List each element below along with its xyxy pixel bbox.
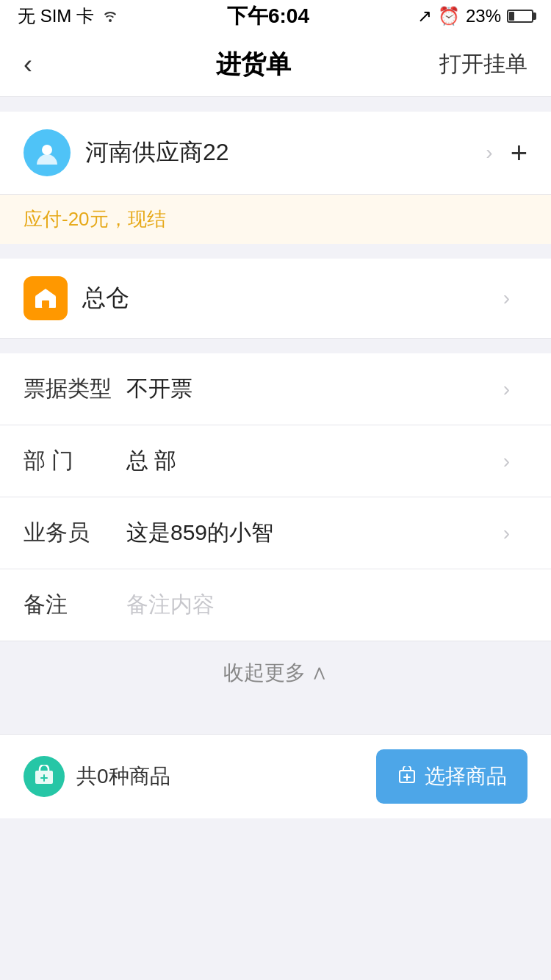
- select-product-label: 选择商品: [425, 763, 507, 790]
- warehouse-icon: [24, 276, 68, 320]
- carrier-label: 无 SIM 卡: [18, 4, 94, 28]
- remark-label: 备注: [24, 590, 112, 620]
- status-bar: 无 SIM 卡 下午6:04 ↗ ⏰ 23%: [0, 0, 551, 32]
- remark-row[interactable]: 备注 备注内容: [0, 569, 551, 641]
- invoice-type-value: 不开票: [112, 374, 503, 404]
- battery-percent: 23%: [466, 6, 501, 26]
- gap-1: [0, 244, 551, 259]
- notice-text: 应付-20元，现结: [24, 208, 166, 230]
- wifi-icon: [101, 6, 119, 26]
- battery-icon: [507, 10, 533, 23]
- form-card: 票据类型 不开票 › 部 门 总 部 › 业务员 这是859的小智 › 备注 备…: [0, 353, 551, 641]
- page-title: 进货单: [216, 48, 291, 82]
- nav-bar: ‹ 进货单 打开挂单: [0, 32, 551, 97]
- supplier-row[interactable]: 河南供应商22 › +: [0, 112, 551, 195]
- product-count-text: 共0种商品: [76, 763, 376, 790]
- collapse-row[interactable]: 收起更多 ∧: [0, 641, 551, 705]
- status-left: 无 SIM 卡: [18, 4, 119, 28]
- department-chevron-icon: ›: [503, 450, 510, 473]
- status-time: 下午6:04: [227, 2, 309, 30]
- add-supplier-button[interactable]: +: [511, 138, 527, 167]
- select-product-button[interactable]: 选择商品: [376, 749, 527, 804]
- open-pending-button[interactable]: 打开挂单: [439, 49, 527, 79]
- invoice-type-row[interactable]: 票据类型 不开票 ›: [0, 353, 551, 425]
- top-gap: [0, 97, 551, 112]
- gap-2: [0, 339, 551, 353]
- salesperson-row[interactable]: 业务员 这是859的小智 ›: [0, 497, 551, 569]
- bottom-bar: 共0种商品 选择商品: [0, 734, 551, 818]
- department-value: 总 部: [112, 446, 503, 476]
- supplier-card: 河南供应商22 › + 应付-20元，现结: [0, 112, 551, 244]
- warehouse-chevron-icon: ›: [503, 287, 510, 310]
- salesperson-label: 业务员: [24, 518, 112, 548]
- alarm-icon: ⏰: [438, 6, 460, 26]
- status-right: ↗ ⏰ 23%: [417, 6, 533, 26]
- remark-input[interactable]: 备注内容: [112, 590, 527, 620]
- product-icon: [24, 756, 65, 797]
- notice-bar: 应付-20元，现结: [0, 195, 551, 244]
- department-label: 部 门: [24, 446, 112, 476]
- warehouse-row[interactable]: 总仓 ›: [0, 259, 551, 339]
- invoice-type-chevron-icon: ›: [503, 378, 510, 401]
- supplier-avatar: [24, 129, 71, 176]
- svg-rect-2: [42, 300, 49, 308]
- salesperson-value: 这是859的小智: [112, 518, 503, 548]
- invoice-type-label: 票据类型: [24, 374, 112, 404]
- department-row[interactable]: 部 门 总 部 ›: [0, 425, 551, 497]
- back-button[interactable]: ‹: [24, 49, 68, 80]
- warehouse-name: 总仓: [82, 282, 503, 314]
- svg-point-0: [42, 145, 52, 155]
- supplier-name: 河南供应商22: [85, 137, 486, 169]
- salesperson-chevron-icon: ›: [503, 522, 510, 545]
- gap-3: [0, 705, 551, 734]
- supplier-chevron-icon: ›: [486, 141, 492, 165]
- cart-icon: [397, 766, 417, 787]
- collapse-label: 收起更多 ∧: [223, 659, 328, 687]
- location-icon: ↗: [417, 6, 432, 26]
